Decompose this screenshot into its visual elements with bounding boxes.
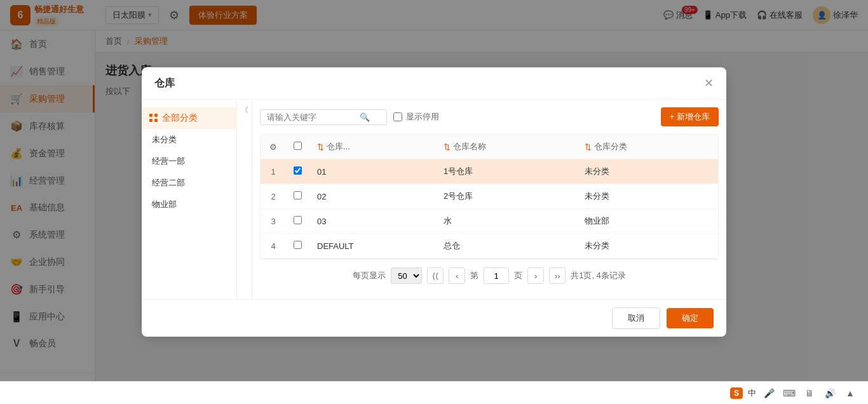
sort-icon-code: ⇅ [317, 142, 324, 152]
modal-title: 仓库 [154, 77, 175, 90]
table-body: 1 01 1号仓库 未分类 2 02 2号仓库 未分类 3 03 水 物业部 4… [261, 159, 718, 259]
th-checkbox [286, 135, 309, 159]
table-header-row: ⚙ ⇅ 仓库... ⇅ [261, 135, 718, 159]
category-item-ops2[interactable]: 经营二部 [142, 172, 236, 194]
table: ⚙ ⇅ 仓库... ⇅ [261, 135, 718, 259]
microphone-icon[interactable]: 🎤 [761, 386, 776, 401]
modal-close-button[interactable]: ✕ [704, 76, 714, 90]
modal-header: 仓库 ✕ [142, 67, 726, 100]
keyboard-icon[interactable]: ⌨ [782, 386, 797, 401]
sidebar-collapse-btn[interactable]: 《 [237, 100, 252, 299]
row-checkbox[interactable] [294, 191, 302, 199]
row-checkbox[interactable] [294, 216, 302, 224]
row-category: 物业部 [577, 209, 718, 234]
table-row[interactable]: 2 02 2号仓库 未分类 [261, 184, 718, 209]
row-checkbox[interactable] [294, 166, 302, 175]
row-checkbox-cell [286, 234, 309, 259]
row-code: 03 [309, 209, 436, 234]
modal-main-area: 🔍 显示停用 + 新增仓库 ⚙ [252, 100, 726, 299]
table-row[interactable]: 3 03 水 物业部 [261, 209, 718, 234]
warehouse-table: ⚙ ⇅ 仓库... ⇅ [260, 134, 719, 259]
row-checkbox[interactable] [294, 241, 302, 249]
warehouse-modal: 仓库 ✕ 全部分类 未分类 经营 [142, 67, 726, 337]
search-icon[interactable]: 🔍 [360, 112, 370, 122]
row-checkbox-cell [286, 159, 309, 184]
grid-icon [149, 114, 158, 123]
category-item-property[interactable]: 物业部 [142, 194, 236, 215]
row-code: 02 [309, 184, 436, 209]
row-name: 1号仓库 [436, 159, 577, 184]
show-disabled-checkbox[interactable] [393, 112, 402, 121]
modal-footer: 取消 确定 [142, 299, 726, 337]
next-page-button[interactable]: › [527, 267, 544, 284]
bottom-bar: S 中 🎤 ⌨ 🖥 🔊 ▲ [0, 381, 868, 404]
category-item-ops1[interactable]: 经营一部 [142, 151, 236, 172]
table-row[interactable]: 1 01 1号仓库 未分类 [261, 159, 718, 184]
monitor-icon[interactable]: 🖥 [802, 386, 817, 401]
row-category: 未分类 [577, 184, 718, 209]
row-num: 4 [261, 234, 286, 259]
modal-left: 全部分类 未分类 经营一部 经营二部 物业部 《 [142, 100, 252, 299]
page-size-select[interactable]: 50 [391, 267, 422, 284]
table-row[interactable]: 4 DEFAULT 总仓 未分类 [261, 234, 718, 259]
search-box[interactable]: 🔍 [260, 109, 387, 125]
modal-category-sidebar: 全部分类 未分类 经营一部 经营二部 物业部 [142, 100, 237, 299]
modal-overlay: 仓库 ✕ 全部分类 未分类 经营 [0, 0, 868, 404]
row-code: DEFAULT [309, 234, 436, 259]
modal-toolbar: 🔍 显示停用 + 新增仓库 [260, 107, 719, 126]
th-category: ⇅ 仓库分类 [577, 135, 718, 159]
row-code: 01 [309, 159, 436, 184]
search-input[interactable] [267, 112, 356, 122]
all-categories-item[interactable]: 全部分类 [142, 107, 236, 129]
arrow-up-icon[interactable]: ▲ [843, 386, 858, 401]
first-page-button[interactable]: ⟨⟨ [427, 267, 444, 284]
row-checkbox-cell [286, 209, 309, 234]
row-name: 总仓 [436, 234, 577, 259]
volume-icon[interactable]: 🔊 [822, 386, 837, 401]
th-name: ⇅ 仓库名称 [436, 135, 577, 159]
th-code: ⇅ 仓库... [309, 135, 436, 159]
row-category: 未分类 [577, 159, 718, 184]
row-checkbox-cell [286, 184, 309, 209]
row-category: 未分类 [577, 234, 718, 259]
new-warehouse-button[interactable]: + 新增仓库 [661, 107, 719, 126]
confirm-button[interactable]: 确定 [667, 308, 714, 328]
sort-icon-name: ⇅ [444, 142, 451, 152]
row-name: 2号仓库 [436, 184, 577, 209]
sort-icon-category: ⇅ [585, 142, 592, 152]
cancel-button[interactable]: 取消 [612, 307, 660, 329]
zh-label: 中 [748, 387, 756, 399]
select-all-checkbox[interactable] [294, 142, 302, 150]
row-name: 水 [436, 209, 577, 234]
row-num: 1 [261, 159, 286, 184]
show-disabled-label[interactable]: 显示停用 [393, 111, 439, 123]
row-num: 3 [261, 209, 286, 234]
page-input[interactable] [484, 267, 509, 284]
modal-body: 全部分类 未分类 经营一部 经营二部 物业部 《 🔍 [142, 100, 726, 299]
category-item-uncategorized[interactable]: 未分类 [142, 129, 236, 151]
last-page-button[interactable]: ›› [549, 267, 566, 284]
row-num: 2 [261, 184, 286, 209]
th-settings: ⚙ [261, 135, 286, 159]
s-logo: S [730, 387, 743, 399]
prev-page-button[interactable]: ‹ [449, 267, 465, 284]
pagination: 每页显示 50 ⟨⟨ ‹ 第 页 › ›› 共1页, 4条记录 [260, 259, 719, 292]
